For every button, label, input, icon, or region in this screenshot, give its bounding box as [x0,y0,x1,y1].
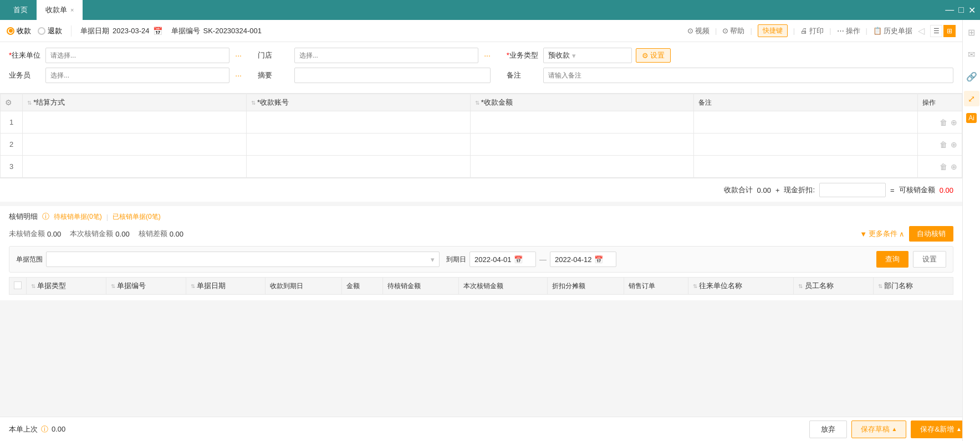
summary-label3: 可核销金额 [899,185,935,195]
row3-amount[interactable] [470,156,694,178]
row2-copy-icon[interactable]: ⊕ [951,140,957,149]
more-conditions-btn[interactable]: ▼ 更多条件 ∧ [860,229,905,239]
summary-label: 摘要 [258,70,291,80]
view-grid-icon[interactable]: ⊞ [943,25,956,37]
video-btn[interactable]: ⊙ 视频 [687,26,710,36]
col-checkbox[interactable] [9,278,27,295]
row1-note[interactable] [694,111,918,134]
pending-tab[interactable]: 待核销单据(0笔) [54,212,102,222]
row1-copy-icon[interactable]: ⊕ [951,118,957,127]
row3-account-input[interactable] [247,156,470,177]
row1-account-input[interactable] [247,112,470,133]
business-type-select[interactable]: 预收款 ▾ [543,48,632,63]
store-input[interactable] [294,48,478,63]
completed-tab[interactable]: 已核销单据(0笔) [113,212,161,222]
row3-note-input[interactable] [694,156,917,177]
row2-account[interactable] [246,134,470,156]
separator: | [715,27,717,35]
help-btn[interactable]: ⊙ 帮助 [722,26,744,36]
row3-note[interactable] [694,156,918,178]
save-draft-btn[interactable]: 保存草稿 ▲ [851,421,907,438]
row3-method[interactable] [23,156,247,178]
auto-verify-btn[interactable]: 自动核销 [909,226,953,242]
partner-input[interactable] [45,48,229,63]
row2-method[interactable] [23,134,247,156]
range-label: 单据范围 [16,255,43,264]
summary-input[interactable] [294,68,491,83]
settings-filter-btn[interactable]: 设置 [913,251,946,268]
partner-more-icon[interactable]: ··· [235,51,242,60]
row1-method[interactable] [23,111,247,134]
business-type-value: 预收款 [548,50,570,60]
range-select[interactable]: ▾ [46,252,440,267]
footer-info-icon[interactable]: ⓘ [41,424,48,434]
date-to-picker[interactable]: 2022-04-12 📅 [550,252,616,267]
staff-more-icon[interactable]: ··· [235,71,242,80]
bottom-table-header: ⇅ 单据类型 ⇅ 单据编号 ⇅ 单据日期 收款到期日 金额 待核销金额 本次核销… [9,278,953,295]
window-controls: — □ ✕ [945,5,976,16]
sidebar-expand-icon[interactable]: ⤢ [964,91,979,106]
tab-home[interactable]: 首页 [4,0,37,20]
row1-delete-icon[interactable]: 🗑 [940,118,947,127]
row2-account-input[interactable] [247,134,470,155]
table-gear-icon[interactable]: ⚙ [5,98,12,107]
header-checkbox[interactable] [14,281,22,289]
print-btn[interactable]: 🖨 打印 [800,26,824,36]
nav-prev-icon[interactable]: ◁ [918,25,925,36]
row2-amount-input[interactable] [471,134,694,155]
row1-account[interactable] [246,111,470,134]
staff-input[interactable] [45,68,229,83]
row3-amount-input[interactable] [471,156,694,177]
summary-label2: 现金折扣: [784,185,815,195]
note-input[interactable] [543,68,953,83]
settings-button[interactable]: ⚙ 设置 [636,48,671,63]
date-value[interactable]: 2023-03-24 [113,27,150,35]
partner-field: *往来单位 ··· [9,48,242,63]
row1-note-input[interactable] [694,112,917,133]
view-list-icon[interactable]: ☰ [930,25,942,37]
row2-amount[interactable] [470,134,694,156]
view-icons: ☰ ⊞ [930,25,956,37]
tab-active[interactable]: 收款单 × [37,0,83,20]
row3-method-input[interactable] [23,156,246,177]
row3-copy-icon[interactable]: ⊕ [951,162,957,171]
row2-note[interactable] [694,134,918,156]
col-gear[interactable]: ⚙ [1,94,23,111]
range-field: 单据范围 ▾ [16,252,440,267]
history-btn[interactable]: 📋 历史单据 [873,26,912,36]
row3-delete-icon[interactable]: 🗑 [940,162,947,171]
col-due-date: 收款到期日 [266,278,342,295]
row1-method-input[interactable] [23,112,246,133]
shortcut-btn[interactable]: 快捷键 [758,24,788,37]
stat-diff: 核销差额 0.00 [139,229,183,239]
action-row-right: ▼ 更多条件 ∧ 自动核销 [860,226,953,242]
summary-field: 摘要 [258,68,491,83]
sidebar-table-icon[interactable]: ⊞ [964,24,979,40]
sidebar-link-icon[interactable]: 🔗 [964,69,979,84]
info-icon[interactable]: ⓘ [42,212,49,222]
row2-method-input[interactable] [23,134,246,155]
row1-amount[interactable] [470,111,694,134]
minimize-icon[interactable]: — [945,5,954,16]
store-more-icon[interactable]: ··· [484,51,491,60]
form-area: *往来单位 ··· 门店 ··· *业务类型 预收款 [0,42,962,94]
tab-close-icon[interactable]: × [70,0,74,20]
cash-discount-input[interactable] [819,183,886,197]
row2-delete-icon[interactable]: 🗑 [940,140,947,149]
sidebar-ai-btn[interactable]: Ai [966,113,977,123]
maximize-icon[interactable]: □ [958,5,964,16]
date-from-picker[interactable]: 2022-04-01 📅 [469,252,536,267]
radio-refund[interactable]: 退款 [38,26,62,36]
close-icon[interactable]: ✕ [968,5,976,16]
tab-bar: 首页 收款单 × — □ ✕ [0,0,980,20]
calendar-icon[interactable]: 📅 [153,27,162,35]
query-btn[interactable]: 查询 [876,251,908,268]
row3-account[interactable] [246,156,470,178]
row1-amount-input[interactable] [471,112,694,133]
row2-note-input[interactable] [694,134,917,155]
radio-receive[interactable]: 收款 [7,26,31,36]
operation-btn[interactable]: ⋯ 操作 [837,26,860,36]
abandon-btn[interactable]: 放弃 [809,421,847,438]
sidebar-mail-icon[interactable]: ✉ [964,47,979,62]
number-value[interactable]: SK-20230324-001 [203,27,262,35]
